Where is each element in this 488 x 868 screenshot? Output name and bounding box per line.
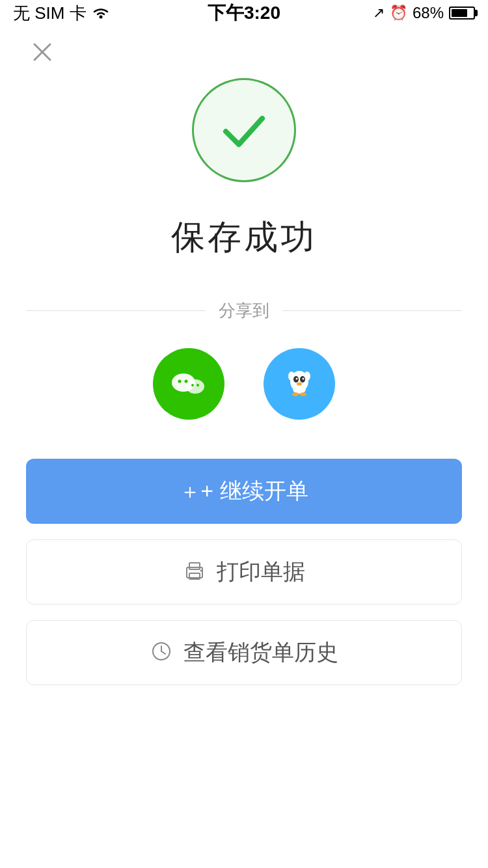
svg-point-5 [178,380,182,383]
success-title: 保存成功 [171,215,317,260]
print-label: 打印单据 [217,557,305,587]
battery-icon [449,7,475,20]
svg-point-23 [200,569,202,571]
share-icons [153,348,335,420]
battery-percent: 68% [413,4,444,22]
qq-share-button[interactable] [264,348,335,420]
share-label: 分享到 [206,299,282,322]
svg-point-18 [292,392,299,396]
continue-label: + 继续开单 [200,476,308,506]
status-right: ↗ ⏰ 68% [373,4,475,22]
divider-left [26,310,206,311]
wifi-icon [92,7,110,20]
history-button[interactable]: 查看销货单历史 [26,620,462,685]
svg-point-10 [293,385,306,394]
svg-point-17 [297,383,302,386]
share-divider: 分享到 [0,299,488,322]
svg-point-7 [191,384,194,387]
main-content: 保存成功 分享到 [0,26,488,685]
svg-point-4 [186,379,204,394]
status-time: 下午3:20 [208,1,280,25]
location-icon: ↗ [373,5,385,21]
svg-line-26 [161,651,165,654]
svg-rect-21 [189,563,200,569]
svg-point-19 [300,392,306,396]
print-button[interactable]: 打印单据 [26,539,462,604]
wechat-share-button[interactable] [153,348,224,420]
print-icon [183,559,206,586]
plus-icon: ＋ [180,481,200,502]
alarm-icon: ⏰ [390,5,407,21]
svg-point-15 [296,378,298,380]
history-label: 查看销货单历史 [183,638,338,668]
sim-status: 无 SIM 卡 [13,2,87,25]
divider-right [282,310,462,311]
svg-point-8 [197,384,199,387]
svg-point-6 [185,380,188,383]
clock-icon [150,640,173,666]
success-icon [192,78,296,182]
continue-button[interactable]: ＋ + 继续开单 [26,459,462,524]
close-button[interactable] [26,36,59,68]
svg-point-16 [303,378,305,380]
share-section: 分享到 [0,299,488,420]
status-bar: 无 SIM 卡 下午3:20 ↗ ⏰ 68% [0,0,488,26]
action-buttons: ＋ + 继续开单 打印单据 [0,459,488,685]
svg-point-0 [99,16,102,19]
status-left: 无 SIM 卡 [13,2,110,25]
